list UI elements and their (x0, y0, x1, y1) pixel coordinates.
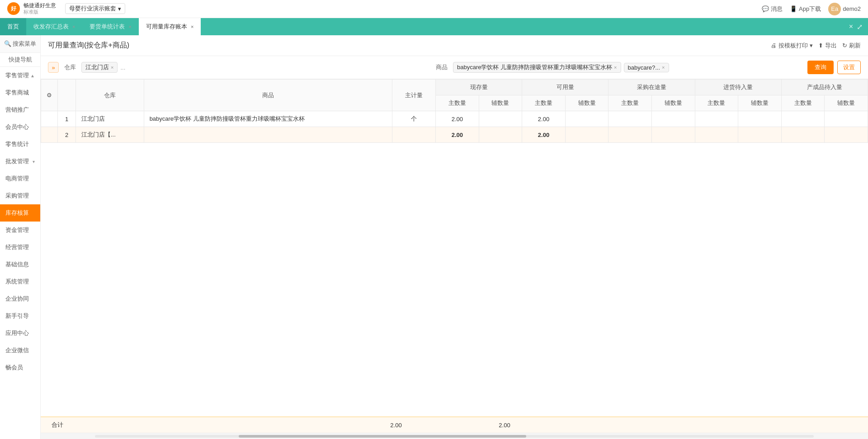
template-print-label: 按模板打印 (778, 42, 808, 50)
topbar: 好 畅捷通好生意 标准版 母婴行业演示账套 ▾ 💬 消息 📱 App下载 Ea … (0, 0, 868, 18)
th-gear[interactable]: ⚙ (41, 80, 58, 111)
product-tag-1[interactable]: babycare学饮杯 儿童防摔防撞吸管杯重力球吸嘴杯宝宝水杯 × (453, 62, 621, 73)
refresh-label: 刷新 (849, 42, 861, 50)
user-profile[interactable]: Ea demo2 (828, 3, 861, 15)
sidebar-item-wholesale[interactable]: 批发管理 ▾ (0, 153, 40, 170)
row1-avail-main: 2.00 (522, 111, 566, 127)
sidebar-item-retail-mall[interactable]: 零售商城 (0, 84, 40, 101)
sidebar-item-finance[interactable]: 资金管理 (0, 222, 40, 239)
sidebar-label-14: 新手引导 (5, 312, 29, 320)
total-label: 合计 (48, 421, 333, 429)
sidebar-item-purchase[interactable]: 采购管理 (0, 187, 40, 204)
sidebar-item-marketing[interactable]: 营销推广 (0, 101, 40, 118)
sidebar-item-member2[interactable]: 畅会员 (0, 359, 40, 376)
sidebar-item-enterprise-collab[interactable]: 企业协同 (0, 290, 40, 307)
scrollbar-thumb[interactable] (239, 435, 526, 438)
row2-num: 2 (58, 127, 76, 143)
sidebar-label-5: 批发管理 (5, 157, 29, 165)
refresh-icon: ↻ (842, 42, 847, 49)
row2-stock-aux (479, 127, 522, 143)
sidebar-label-17: 畅会员 (5, 363, 23, 372)
row1-purchase-aux (652, 111, 695, 127)
scrollbar-area[interactable] (41, 433, 868, 439)
tab-receivable-summary[interactable]: 收发存汇总表 × (26, 18, 82, 35)
fullscreen-icon[interactable]: ⤢ (857, 23, 863, 31)
th-production: 产成品待入量 (781, 80, 868, 95)
data-table: ⚙ 仓库 商品 主计量 现存量 可用量 采购在途量 进货待入量 产成品待入量 主… (41, 79, 868, 143)
refresh-button[interactable]: ↻ 刷新 (842, 42, 861, 50)
close-all-icon[interactable]: × (849, 23, 853, 31)
tab-available-stock[interactable]: 可用量库存账本 × (139, 18, 201, 35)
sidebar-item-retail-stats[interactable]: 零售统计 (0, 136, 40, 153)
row1-product: babycare学饮杯 儿童防摔防撞吸管杯重力球吸嘴杯宝宝水杯 (144, 111, 392, 127)
chevron-down-icon: ▾ (33, 159, 35, 164)
tab-order-stats[interactable]: 要货单统计表 × (82, 18, 138, 35)
sidebar-item-wechat-work[interactable]: 企业微信 (0, 342, 40, 359)
th-avail-main: 主数量 (522, 95, 566, 111)
page-title: 可用量查询(按仓库+商品) (48, 41, 129, 50)
message-button[interactable]: 💬 消息 (762, 5, 783, 13)
setting-button[interactable]: 设置 (837, 61, 861, 74)
nav-actions: × ⤢ (844, 23, 868, 31)
th-purchase-transit: 采购在途量 (609, 80, 695, 95)
th-stock-main: 主数量 (436, 95, 479, 111)
row1-prod-main (781, 111, 825, 127)
tab-home[interactable]: 首页 (0, 18, 26, 35)
industry-label: 母婴行业演示账套 (69, 5, 116, 13)
sidebar-quick-nav[interactable]: 快捷导航 (0, 53, 40, 67)
th-stock-aux: 辅数量 (479, 95, 522, 111)
sidebar-search[interactable]: 🔍 搜索菜单 (0, 35, 40, 53)
sidebar-item-basics[interactable]: 基础信息 (0, 256, 40, 273)
row2-prod-aux (825, 127, 868, 143)
expand-icon: » (52, 64, 55, 71)
sidebar-item-ecommerce[interactable]: 电商管理 (0, 170, 40, 187)
table-row: 2 江北门店【... 2.00 2.00 (41, 127, 868, 143)
logo-text-block: 畅捷通好生意 标准版 (24, 2, 56, 15)
template-print-button[interactable]: 🖨 按模板打印 ▾ (771, 42, 813, 50)
row1-warehouse: 江北门店 (76, 111, 144, 127)
sidebar-label-11: 基础信息 (5, 260, 29, 269)
product-tag-2[interactable]: babycare?... × (624, 63, 669, 72)
product-tag-value-1: babycare学饮杯 儿童防摔防撞吸管杯重力球吸嘴杯宝宝水杯 (457, 63, 612, 71)
query-button[interactable]: 查询 (807, 61, 834, 74)
sidebar-label-10: 经营管理 (5, 243, 29, 251)
search-icon: 🔍 (4, 40, 11, 47)
sidebar-label-15: 应用中心 (5, 329, 29, 337)
topbar-right: 💬 消息 📱 App下载 Ea demo2 (762, 3, 861, 15)
sidebar-label-13: 企业协同 (5, 295, 29, 303)
content-area: 可用量查询(按仓库+商品) 🖨 按模板打印 ▾ ⬆ 导出 ↻ 刷新 (41, 35, 868, 439)
sidebar-item-operations[interactable]: 经营管理 (0, 239, 40, 256)
row1-num: 1 (58, 111, 76, 127)
logo-icon: 好 (7, 2, 20, 15)
industry-selector[interactable]: 母婴行业演示账套 ▾ (65, 3, 125, 14)
sidebar-item-retail-mgmt[interactable]: 零售管理 ▲ (0, 67, 40, 84)
sidebar-item-member[interactable]: 会员中心 (0, 118, 40, 136)
sidebar-label-8: 库存核算 (5, 209, 29, 217)
product-tag-remove-1[interactable]: × (614, 65, 617, 70)
warehouse-more[interactable]: ... (120, 64, 125, 71)
sidebar-item-system[interactable]: 系统管理 (0, 273, 40, 290)
sidebar-item-new-guide[interactable]: 新手引导 (0, 307, 40, 325)
warehouse-tag-remove[interactable]: × (111, 65, 113, 70)
sidebar-label-6: 电商管理 (5, 175, 29, 183)
sidebar-label-2: 营销推广 (5, 106, 29, 114)
filter-row: » 仓库 江北门店 × ... 商品 babycare学饮杯 儿童防摔防撞吸管杯… (41, 56, 868, 79)
tab-close-1[interactable]: × (128, 24, 131, 29)
app-download-button[interactable]: 📱 App下载 (790, 5, 821, 13)
row1-incoming-aux (738, 111, 782, 127)
row2-warehouse: 江北门店【... (76, 127, 144, 143)
tab-close-2[interactable]: × (191, 24, 193, 29)
warehouse-tag[interactable]: 江北门店 × (81, 62, 118, 73)
sidebar-item-inventory[interactable]: 库存核算 (0, 204, 40, 222)
tab-home-label: 首页 (7, 23, 19, 31)
tab-close-0[interactable]: × (72, 24, 75, 29)
scrollbar-track (95, 435, 814, 438)
product-tags: babycare学饮杯 儿童防摔防撞吸管杯重力球吸嘴杯宝宝水杯 × babyca… (453, 62, 802, 73)
product-tag-remove-2[interactable]: × (662, 65, 665, 70)
th-avail-aux: 辅数量 (565, 95, 609, 111)
row2-avail-main: 2.00 (522, 127, 566, 143)
export-button[interactable]: ⬆ 导出 (818, 42, 837, 50)
sidebar-item-app-center[interactable]: 应用中心 (0, 325, 40, 342)
th-product: 商品 (144, 80, 392, 111)
filter-toggle-button[interactable]: » (48, 62, 59, 73)
